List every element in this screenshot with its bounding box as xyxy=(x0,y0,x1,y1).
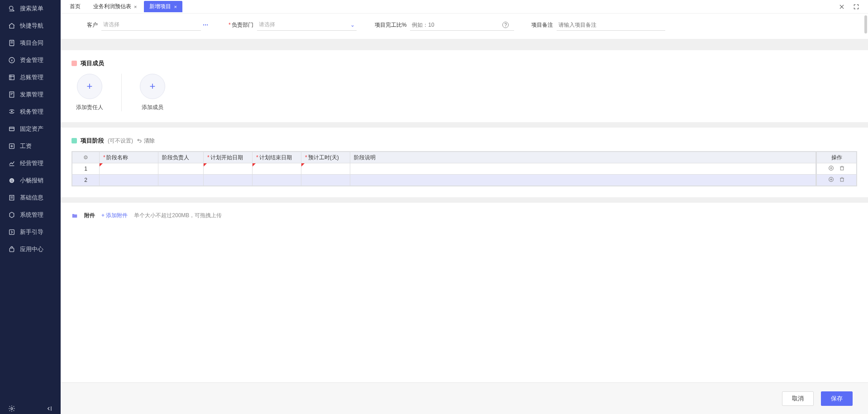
add-owner-label: 添加责任人 xyxy=(76,104,103,111)
cell-start[interactable] xyxy=(204,175,253,186)
sidebar-item-apps[interactable]: 应用中心 xyxy=(0,241,61,258)
sidebar-item-business[interactable]: 经营管理 xyxy=(0,155,61,172)
person-icon xyxy=(72,61,77,66)
sidebar-item-label: 总账管理 xyxy=(20,73,43,81)
section-header-members: 项目成员 xyxy=(72,59,857,67)
search-icon xyxy=(8,5,15,12)
ledger-icon xyxy=(8,74,15,81)
cell-hours[interactable] xyxy=(301,175,350,186)
stages-table: ⚙ *阶段名称 阶段负责人 *计划开始日期 *计划结束日期 *预计工时(天) 阶… xyxy=(72,151,857,186)
invoice-icon xyxy=(8,91,15,98)
cell-desc[interactable] xyxy=(350,175,816,186)
svg-rect-40 xyxy=(840,178,844,181)
sidebar-item-label: 基础信息 xyxy=(20,194,43,202)
sidebar-item-funds[interactable]: ¥ 资金管理 xyxy=(0,52,61,69)
table-row[interactable]: 1 xyxy=(72,163,816,175)
progress-input[interactable] xyxy=(410,19,514,31)
field-dept: *负责部门 请选择 ⌄ xyxy=(229,19,357,31)
tabbar-actions xyxy=(837,2,864,11)
cancel-button[interactable]: 取消 xyxy=(782,391,814,406)
add-attachment-button[interactable]: + 添加附件 xyxy=(101,212,128,219)
delete-row-icon[interactable] xyxy=(839,165,845,171)
close-all-icon[interactable] xyxy=(837,2,846,11)
ellipsis-icon[interactable]: ⋯ xyxy=(201,22,210,28)
cell-name[interactable] xyxy=(100,175,158,186)
form-panel: 客户 请选择 ⋯ *负责部门 请选择 ⌄ 项 xyxy=(61,14,868,39)
svg-point-0 xyxy=(10,6,13,10)
cell-end[interactable] xyxy=(253,175,301,186)
tab-label: 新增项目 xyxy=(149,3,171,10)
sidebar-item-quicknav[interactable]: 快捷导航 xyxy=(0,17,61,34)
delete-row-icon[interactable] xyxy=(839,176,845,182)
add-owner: + 添加责任人 xyxy=(76,74,103,111)
tab-profit-estimate[interactable]: 业务利润预估表 × xyxy=(88,1,142,12)
svg-point-27 xyxy=(11,408,13,409)
table-row[interactable]: 2 xyxy=(72,175,816,186)
clear-stages-button[interactable]: 清除 xyxy=(137,137,155,145)
cell-end[interactable] xyxy=(253,163,301,175)
cell-desc[interactable] xyxy=(350,163,816,175)
add-member-button[interactable]: + xyxy=(140,74,165,99)
add-member: + 添加成员 xyxy=(140,74,165,111)
sidebar-item-guide[interactable]: 新手引导 xyxy=(0,224,61,241)
sidebar-item-system[interactable]: 系统管理 xyxy=(0,206,61,224)
add-row-icon[interactable] xyxy=(828,176,834,182)
stages-table-inner: ⚙ *阶段名称 阶段负责人 *计划开始日期 *计划结束日期 *预计工时(天) 阶… xyxy=(72,152,816,186)
content-scroll[interactable]: 客户 请选择 ⋯ *负责部门 请选择 ⌄ 项 xyxy=(61,14,868,414)
svg-rect-25 xyxy=(10,230,14,235)
label-customer: 客户 xyxy=(87,21,98,29)
cell-hours[interactable] xyxy=(301,163,350,175)
section-hint: (可不设置) xyxy=(108,137,133,145)
label-dept: *负责部门 xyxy=(229,21,253,29)
section-attachments: 附件 + 添加附件 单个大小不超过200MB，可拖拽上传 xyxy=(61,203,868,382)
sidebar-item-contract[interactable]: 项目合同 xyxy=(0,34,61,52)
sidebar-item-ledger[interactable]: 总账管理 xyxy=(0,69,61,86)
section-title: 项目阶段 xyxy=(81,137,104,145)
close-icon[interactable]: × xyxy=(134,4,137,10)
tab-home[interactable]: 首页 xyxy=(64,1,86,12)
sidebar-item-label: 小畅报销 xyxy=(20,176,43,185)
col-gear[interactable]: ⚙ xyxy=(72,152,100,163)
tab-new-project[interactable]: 新增项目 × xyxy=(144,1,182,12)
cell-owner[interactable] xyxy=(158,175,204,186)
add-member-label: 添加成员 xyxy=(142,104,163,111)
cell-start[interactable] xyxy=(204,163,253,175)
folder-icon xyxy=(72,213,78,219)
button-label: 保存 xyxy=(831,395,843,403)
stages-table-ops: 操作 xyxy=(816,152,857,186)
expense-icon: G xyxy=(8,177,15,184)
collapse-icon[interactable] xyxy=(45,405,52,412)
settings-icon[interactable] xyxy=(8,405,15,412)
sidebar-item-search[interactable]: 搜索菜单 xyxy=(0,0,61,17)
sidebar-item-label: 应用中心 xyxy=(20,245,43,253)
info-icon xyxy=(8,194,15,201)
dept-select[interactable]: 请选择 ⌄ xyxy=(257,19,357,31)
col-name: *阶段名称 xyxy=(100,152,158,163)
attachment-row: 附件 + 添加附件 单个大小不超过200MB，可拖拽上传 xyxy=(72,212,857,219)
attachment-hint: 单个大小不超过200MB，可拖拽上传 xyxy=(134,212,222,219)
sidebar-item-invoice[interactable]: 发票管理 xyxy=(0,86,61,103)
divider xyxy=(121,74,122,111)
close-icon[interactable]: × xyxy=(174,4,176,10)
add-row-icon[interactable] xyxy=(828,165,834,171)
sidebar-item-salary[interactable]: 工资 xyxy=(0,138,61,155)
customer-select[interactable]: 请选择 xyxy=(101,19,201,31)
save-button[interactable]: 保存 xyxy=(821,391,853,406)
stages-table-main: ⚙ *阶段名称 阶段负责人 *计划开始日期 *计划结束日期 *预计工时(天) 阶… xyxy=(72,152,816,186)
sidebar-item-asset[interactable]: 固定资产 xyxy=(0,120,61,138)
fullscreen-icon[interactable] xyxy=(852,2,861,11)
col-end: *计划结束日期 xyxy=(253,152,301,163)
sidebar-item-tax[interactable]: 税务管理 xyxy=(0,103,61,120)
add-owner-button[interactable]: + xyxy=(77,74,102,99)
sidebar-item-expense[interactable]: G 小畅报销 xyxy=(0,172,61,189)
section-title: 项目成员 xyxy=(81,59,104,67)
cell-name[interactable] xyxy=(100,163,158,175)
home-icon xyxy=(8,22,15,29)
cell-owner[interactable] xyxy=(158,163,204,175)
remark-input[interactable] xyxy=(557,19,665,31)
section-title: 附件 xyxy=(84,212,95,219)
guide-icon xyxy=(8,228,15,236)
scrollbar-thumb[interactable] xyxy=(864,15,867,33)
sidebar-item-baseinfo[interactable]: 基础信息 xyxy=(0,189,61,206)
placeholder-text: 请选择 xyxy=(259,21,275,29)
